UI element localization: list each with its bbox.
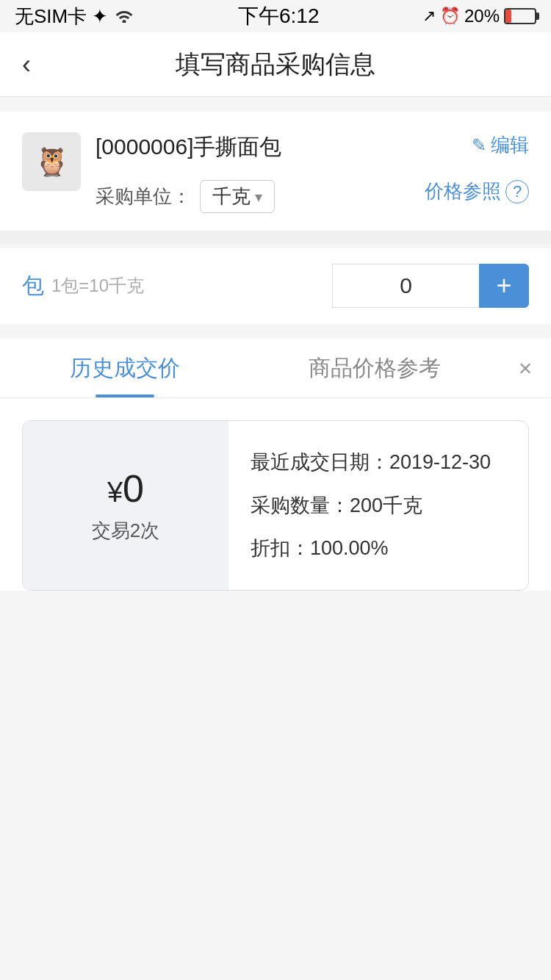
edit-icon: ✎ [472, 135, 486, 156]
qty-hint: 1包=10千克 [51, 274, 144, 298]
discount-row: 折扣：100.00% [251, 533, 506, 563]
status-bar: 无SIM卡 ✦ 下午6:12 ↗ ⏰ 20% [0, 0, 551, 32]
qty-plus-button[interactable]: + [479, 264, 529, 308]
product-thumbnail: 🦉 [22, 132, 81, 191]
tab-history-label: 历史成交价 [70, 353, 180, 383]
status-time: 下午6:12 [238, 2, 320, 30]
purchase-unit-row: 采购单位： 千克 ▾ [96, 180, 281, 213]
history-details-right: 最近成交日期：2019-12-30 采购数量：200千克 折扣：100.00% [228, 421, 528, 590]
tab-history-price[interactable]: 历史成交价 [0, 339, 250, 397]
tabs-section: 历史成交价 商品价格参考 × ¥0 交易2次 最近成交日期：2019-12-30… [0, 339, 551, 591]
tab-close-button[interactable]: × [500, 339, 551, 397]
nav-bar: ‹ 填写商品采购信息 [0, 32, 551, 97]
recent-date-value: 2019-12-30 [389, 451, 491, 473]
product-info: [0000006]手撕面包 采购单位： 千克 ▾ [96, 132, 281, 213]
qty-unit-badge: 包 [22, 271, 44, 301]
history-price-left: ¥0 交易2次 [23, 421, 228, 590]
carrier-text: 无SIM卡 ✦ [15, 4, 108, 29]
section-separator [0, 231, 551, 244]
tab-price-ref-label: 商品价格参考 [309, 353, 441, 383]
discount-label: 折扣： [251, 537, 310, 559]
status-right: ↗ ⏰ 20% [422, 6, 536, 26]
tab-price-reference[interactable]: 商品价格参考 [250, 339, 500, 397]
price-reference-button[interactable]: 价格参照 ? [425, 179, 529, 204]
product-left: 🦉 [0000006]手撕面包 采购单位： 千克 ▾ [22, 132, 281, 213]
qty-input[interactable]: 0 [332, 264, 479, 308]
product-header: 🦉 [0000006]手撕面包 采购单位： 千克 ▾ ✎ 编辑 [22, 132, 529, 213]
recent-date-label: 最近成交日期： [251, 451, 389, 473]
purchase-qty-label: 采购数量： [251, 494, 350, 516]
purchase-qty-row: 采购数量：200千克 [251, 491, 506, 521]
alarm-icon: ⏰ [440, 7, 460, 26]
help-icon: ? [505, 180, 529, 203]
price-number: 0 [123, 467, 144, 510]
currency-sign: ¥ [107, 477, 123, 508]
product-image-icon: 🦉 [35, 145, 69, 178]
tabs-header: 历史成交价 商品价格参考 × [0, 339, 551, 398]
unit-value: 千克 [212, 184, 251, 209]
bottom-space [0, 613, 551, 981]
history-price-value: ¥0 [107, 466, 144, 511]
unit-label: 采购单位： [96, 184, 191, 209]
dropdown-arrow-icon: ▾ [255, 188, 262, 206]
page-title: 填写商品采购信息 [176, 48, 375, 82]
price-ref-label: 价格参照 [425, 179, 501, 204]
back-button[interactable]: ‹ [22, 49, 31, 80]
status-left: 无SIM卡 ✦ [15, 4, 134, 29]
product-card: 🦉 [0000006]手撕面包 采购单位： 千克 ▾ ✎ 编辑 [0, 112, 551, 231]
qty-value: 0 [400, 273, 412, 298]
qty-label-group: 包 1包=10千克 [22, 271, 144, 301]
history-trade-count: 交易2次 [92, 518, 159, 544]
purchase-qty-value: 200千克 [350, 494, 422, 516]
close-icon: × [519, 355, 533, 382]
location-icon: ↗ [422, 7, 436, 26]
history-card: ¥0 交易2次 最近成交日期：2019-12-30 采购数量：200千克 折扣：… [22, 420, 529, 591]
battery-percent: 20% [464, 6, 500, 26]
discount-value: 100.00% [310, 537, 389, 559]
recent-date-row: 最近成交日期：2019-12-30 [251, 447, 506, 478]
edit-button[interactable]: ✎ 编辑 [472, 132, 529, 158]
quantity-row: 包 1包=10千克 0 + [0, 247, 551, 324]
edit-label: 编辑 [491, 132, 529, 158]
product-right: ✎ 编辑 价格参照 ? [425, 132, 529, 204]
wifi-icon [114, 5, 134, 28]
qty-controls: 0 + [332, 264, 529, 308]
battery-icon [504, 8, 536, 24]
unit-selector[interactable]: 千克 ▾ [200, 180, 275, 213]
plus-icon: + [496, 270, 511, 301]
product-name: [0000006]手撕面包 [96, 132, 281, 162]
